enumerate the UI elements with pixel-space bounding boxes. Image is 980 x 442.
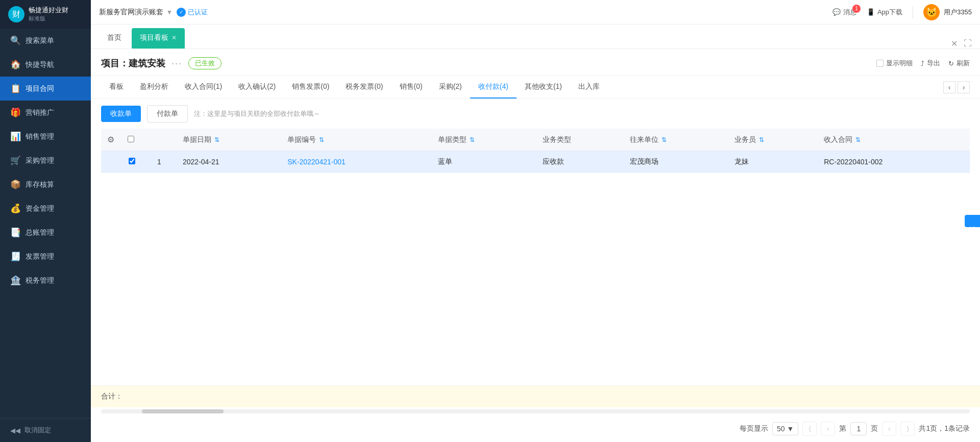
row-select-checkbox[interactable] bbox=[129, 158, 135, 164]
col-header-date[interactable]: 单据日期 ⇅ bbox=[177, 129, 281, 151]
sort-date-icon[interactable]: ⇅ bbox=[214, 136, 219, 143]
settings-icon[interactable]: ⚙ bbox=[107, 135, 114, 144]
content-area: 项目：建筑安装 ··· 已生效 显示明细 ⤴ 导出 ↻ 刷新 bbox=[91, 49, 980, 442]
close-button[interactable]: ✕ bbox=[951, 39, 958, 48]
sort-code-icon[interactable]: ⇅ bbox=[319, 136, 324, 143]
sub-tab-warehouse[interactable]: 出入库 bbox=[570, 76, 608, 99]
col-header-salesman[interactable]: 业务员 ⇅ bbox=[728, 129, 818, 151]
show-detail-toggle[interactable]: 显示明细 bbox=[876, 59, 913, 68]
sidebar-item-inventory[interactable]: 📦 库存核算 bbox=[0, 173, 91, 197]
col-header-contract[interactable]: 收入合同 ⇅ bbox=[818, 129, 970, 151]
topbar-left: 新服务官网演示账套 ▼ ✓ 已认证 bbox=[99, 8, 208, 17]
row-partner: 宏茂商场 bbox=[624, 151, 728, 173]
per-page-dropdown-icon: ▼ bbox=[787, 425, 794, 433]
sidebar-item-purchase[interactable]: 🛒 采购管理 bbox=[0, 149, 91, 173]
sidebar-item-quick-nav[interactable]: 🏠 快捷导航 bbox=[0, 53, 91, 77]
app-download-button[interactable]: 📱 App下载 bbox=[867, 8, 902, 17]
export-label: 导出 bbox=[927, 59, 940, 68]
sub-tab-tax-invoice[interactable]: 税务发票(0) bbox=[337, 76, 391, 99]
per-page-value: 50 bbox=[777, 425, 785, 433]
tax-icon: 🏦 bbox=[10, 275, 20, 286]
scrollbar-thumb[interactable] bbox=[142, 409, 224, 413]
sub-tabs-next[interactable]: › bbox=[958, 81, 970, 93]
tab-close-icon[interactable]: ✕ bbox=[172, 34, 177, 41]
total-label: 合计： bbox=[101, 392, 122, 400]
sub-tabs-prev[interactable]: ‹ bbox=[943, 81, 955, 93]
unpin-icon: ◀◀ bbox=[10, 427, 20, 434]
data-table: ⚙ 单据日期 ⇅ 单据编号 ⇅ bbox=[101, 129, 970, 173]
col-header-settings: ⚙ bbox=[101, 129, 121, 151]
sidebar-item-label: 库存核算 bbox=[26, 180, 54, 189]
tabbar: 首页 项目看板 ✕ ✕ ⛶ bbox=[91, 24, 980, 49]
maximize-button[interactable]: ⛶ bbox=[964, 39, 972, 48]
export-button[interactable]: ⤴ 导出 bbox=[921, 59, 940, 68]
prev-page-button[interactable]: ‹ bbox=[821, 422, 835, 436]
payment-bill-button[interactable]: 付款单 bbox=[147, 105, 188, 122]
sub-tab-purchase[interactable]: 采购(2) bbox=[431, 76, 470, 99]
message-icon: 💬 bbox=[832, 8, 841, 16]
sub-tab-income-confirm[interactable]: 收入确认(2) bbox=[230, 76, 284, 99]
sub-tab-receipt[interactable]: 收付款(4) bbox=[470, 76, 517, 99]
project-status-badge: 已生效 bbox=[188, 57, 222, 69]
sidebar-item-finance[interactable]: 💰 资金管理 bbox=[0, 197, 91, 220]
sort-contract-icon[interactable]: ⇅ bbox=[855, 136, 861, 143]
sort-type-icon[interactable]: ⇅ bbox=[470, 136, 475, 143]
sub-tab-sales[interactable]: 销售(0) bbox=[391, 76, 431, 99]
search-icon: 🔍 bbox=[10, 35, 20, 46]
sort-partner-icon[interactable]: ⇅ bbox=[662, 136, 667, 143]
sidebar-item-sales[interactable]: 📊 销售管理 bbox=[0, 125, 91, 149]
table-row[interactable]: 1 2022-04-21 SK-20220421-001 蓝单 应收款 宏茂商场… bbox=[101, 151, 970, 173]
row-biz-type: 应收款 bbox=[536, 151, 624, 173]
per-page-select[interactable]: 50 ▼ bbox=[772, 422, 798, 435]
sidebar-item-label: 销售管理 bbox=[26, 132, 54, 141]
account-selector[interactable]: 新服务官网演示账套 ▼ bbox=[99, 8, 173, 17]
messages-badge: 1 bbox=[852, 5, 861, 13]
refresh-button[interactable]: ↻ 刷新 bbox=[948, 59, 970, 68]
sidebar-item-search[interactable]: 🔍 搜索菜单 bbox=[0, 29, 91, 53]
first-page-button[interactable]: ⟨ bbox=[802, 422, 817, 436]
sub-tab-income-contract[interactable]: 收入合同(1) bbox=[177, 76, 230, 99]
project-more-menu[interactable]: ··· bbox=[172, 58, 182, 69]
col-header-num bbox=[142, 129, 177, 151]
col-header-type[interactable]: 单据类型 ⇅ bbox=[432, 129, 536, 151]
topbar-right: 💬 消息 1 📱 App下载 🐱 用户3355 bbox=[832, 4, 972, 20]
row-code[interactable]: SK-20220421-001 bbox=[281, 151, 431, 173]
sidebar-item-invoice[interactable]: 🧾 发票管理 bbox=[0, 244, 91, 268]
row-num: 1 bbox=[142, 151, 177, 173]
sub-tab-sales-invoice[interactable]: 销售发票(0) bbox=[284, 76, 337, 99]
tab-home[interactable]: 首页 bbox=[99, 28, 130, 48]
sidebar-logo: 财 畅捷通好业财 标准版 bbox=[0, 0, 91, 29]
sort-salesman-icon[interactable]: ⇅ bbox=[759, 136, 764, 143]
sub-tab-board[interactable]: 看板 bbox=[101, 76, 132, 99]
sub-tab-other-income[interactable]: 其他收支(1) bbox=[517, 76, 570, 99]
row-salesman: 龙妹 bbox=[728, 151, 818, 173]
unpin-label: 取消固定 bbox=[24, 426, 51, 435]
sidebar-item-marketing[interactable]: 🎁 营销推广 bbox=[0, 101, 91, 125]
user-profile[interactable]: 🐱 用户3355 bbox=[923, 4, 972, 20]
sidebar-item-project[interactable]: 📋 项目合同 bbox=[0, 77, 91, 101]
col-header-partner[interactable]: 往来单位 ⇅ bbox=[624, 129, 728, 151]
receipt-bill-button[interactable]: 收款单 bbox=[101, 106, 141, 122]
page-input[interactable]: 1 bbox=[850, 422, 867, 435]
app-logo-icon: 财 bbox=[8, 6, 24, 22]
horizontal-scrollbar[interactable] bbox=[101, 409, 970, 413]
row-type: 蓝单 bbox=[432, 151, 536, 173]
sidebar-item-tax[interactable]: 🏦 税务管理 bbox=[0, 268, 91, 292]
row-checkbox[interactable] bbox=[121, 151, 142, 173]
last-page-button[interactable]: ⟩ bbox=[900, 422, 915, 436]
sidebar-item-label: 发票管理 bbox=[26, 252, 54, 261]
feedback-button[interactable]: 反馈 bbox=[965, 215, 980, 227]
col-header-code[interactable]: 单据编号 ⇅ bbox=[281, 129, 431, 151]
sidebar-footer-unpin[interactable]: ◀◀ 取消固定 bbox=[0, 418, 91, 442]
show-detail-checkbox[interactable] bbox=[876, 60, 884, 67]
home-icon: 🏠 bbox=[10, 59, 20, 70]
next-page-button[interactable]: › bbox=[882, 422, 896, 436]
account-dropdown-icon[interactable]: ▼ bbox=[166, 9, 173, 16]
page-label: 第 bbox=[839, 424, 846, 433]
sidebar-item-ledger[interactable]: 📑 总账管理 bbox=[0, 220, 91, 244]
tab-project-board[interactable]: 项目看板 ✕ bbox=[132, 28, 185, 48]
sub-tab-profit[interactable]: 盈利分析 bbox=[132, 76, 177, 99]
messages-button[interactable]: 💬 消息 1 bbox=[832, 8, 856, 17]
select-all-checkbox[interactable] bbox=[128, 136, 134, 142]
row-code-link[interactable]: SK-20220421-001 bbox=[287, 158, 346, 166]
